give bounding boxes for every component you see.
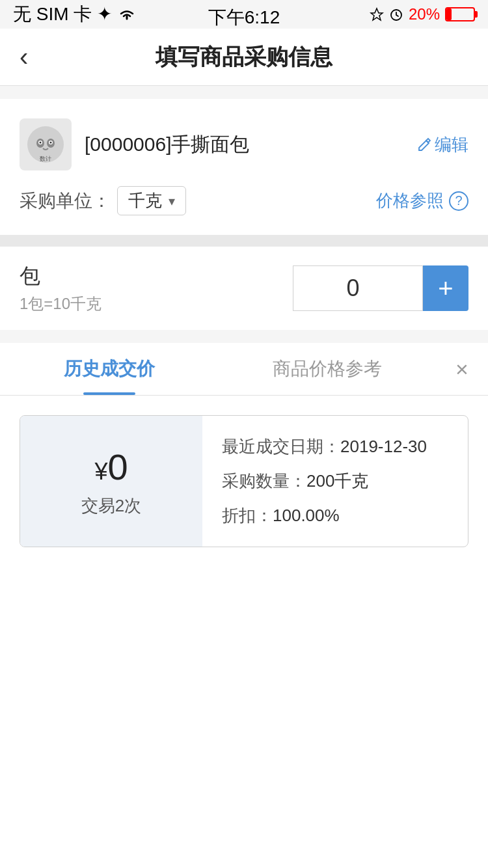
price-ref-help-icon: ?: [449, 191, 468, 211]
tab-product-reference[interactable]: 商品价格参考: [218, 343, 436, 395]
sim-text: 无 SIM 卡 ✦: [13, 2, 112, 27]
product-thumbnail: 数计: [20, 118, 72, 170]
unit-value: 千克: [128, 189, 162, 212]
status-left: 无 SIM 卡 ✦: [13, 2, 137, 27]
quantity-conversion: 1包=10千克: [20, 293, 102, 314]
recent-date-label: 最近成交日期：: [222, 437, 340, 456]
currency-symbol: ¥: [94, 458, 107, 485]
svg-point-7: [50, 142, 52, 144]
purchase-qty-value: 200千克: [306, 471, 368, 491]
price-card: ¥0 交易2次 最近成交日期：2019-12-30 采购数量：200千克 折扣：…: [20, 415, 468, 547]
recent-date-row: 最近成交日期：2019-12-30: [222, 435, 448, 458]
tab-historical-label: 历史成交价: [64, 357, 155, 381]
edit-icon: [416, 137, 432, 152]
product-section: 数计 [0000006]手撕面包 编辑 采购单位： 千克 ▾ 价格参照: [0, 99, 488, 235]
tab-bar: 历史成交价 商品价格参考 ×: [0, 343, 488, 396]
price-ref-label: 价格参照: [376, 189, 444, 212]
wifi-icon: [117, 7, 137, 21]
battery-percent: 20%: [409, 5, 440, 23]
help-icon-text: ?: [455, 193, 462, 208]
product-name: [0000006]手撕面包: [85, 131, 249, 158]
page-title: 填写商品采购信息: [156, 42, 332, 72]
product-unit-row: 采购单位： 千克 ▾ 价格参照 ?: [20, 186, 468, 215]
unit-chevron-icon: ▾: [169, 193, 175, 209]
nav-bar: ‹ 填写商品采购信息: [0, 29, 488, 86]
discount-row: 折扣：100.00%: [222, 504, 448, 527]
status-bar: 无 SIM 卡 ✦ 下午6:12 20%: [0, 0, 488, 29]
unit-selector-group: 采购单位： 千克 ▾: [20, 186, 186, 215]
section-divider: [0, 235, 488, 247]
trade-count: 交易2次: [81, 495, 141, 517]
alarm-icon: [389, 7, 403, 21]
product-header: 数计 [0000006]手撕面包 编辑: [20, 118, 468, 170]
price-card-right: 最近成交日期：2019-12-30 采购数量：200千克 折扣：100.00%: [202, 416, 468, 547]
battery-icon: [445, 7, 475, 21]
quantity-plus-button[interactable]: +: [423, 265, 468, 311]
svg-text:数计: 数计: [40, 156, 51, 162]
purchase-qty-row: 采购数量：200千克: [222, 470, 448, 493]
tab-historical-price[interactable]: 历史成交价: [0, 343, 218, 395]
quantity-label-group: 包 1包=10千克: [20, 262, 102, 314]
svg-point-6: [40, 142, 42, 144]
product-header-left: 数计 [0000006]手撕面包: [20, 118, 249, 170]
bottom-content: [0, 567, 488, 868]
back-button[interactable]: ‹: [20, 42, 28, 72]
discount-label: 折扣：: [222, 506, 273, 525]
quantity-input[interactable]: [293, 265, 423, 311]
unit-label: 采购单位：: [20, 189, 111, 213]
status-right: 20%: [370, 5, 475, 23]
product-logo-icon: 数计: [26, 125, 65, 164]
discount-value: 100.00%: [273, 506, 340, 525]
tab-close-button[interactable]: ×: [436, 343, 488, 395]
price-card-area: ¥0 交易2次 最近成交日期：2019-12-30 采购数量：200千克 折扣：…: [0, 396, 488, 567]
price-value: 0: [107, 446, 128, 487]
price-amount: ¥0: [94, 446, 128, 488]
recent-date-value: 2019-12-30: [340, 437, 427, 456]
price-card-left: ¥0 交易2次: [20, 416, 202, 547]
status-time: 下午6:12: [208, 5, 280, 30]
quantity-input-group: +: [293, 265, 468, 311]
tab-reference-label: 商品价格参考: [273, 357, 382, 381]
edit-button[interactable]: 编辑: [416, 133, 468, 156]
tab-section: 历史成交价 商品价格参考 × ¥0 交易2次 最近成交日期：2019-12-30…: [0, 343, 488, 868]
battery-fill: [446, 8, 452, 20]
purchase-qty-label: 采购数量：: [222, 471, 306, 491]
quantity-row: 包 1包=10千克 +: [0, 247, 488, 330]
edit-label: 编辑: [435, 133, 468, 156]
unit-dropdown[interactable]: 千克 ▾: [117, 186, 186, 215]
price-reference-button[interactable]: 价格参照 ?: [376, 189, 468, 212]
location-icon: [370, 7, 384, 21]
quantity-unit-name: 包: [20, 262, 102, 291]
